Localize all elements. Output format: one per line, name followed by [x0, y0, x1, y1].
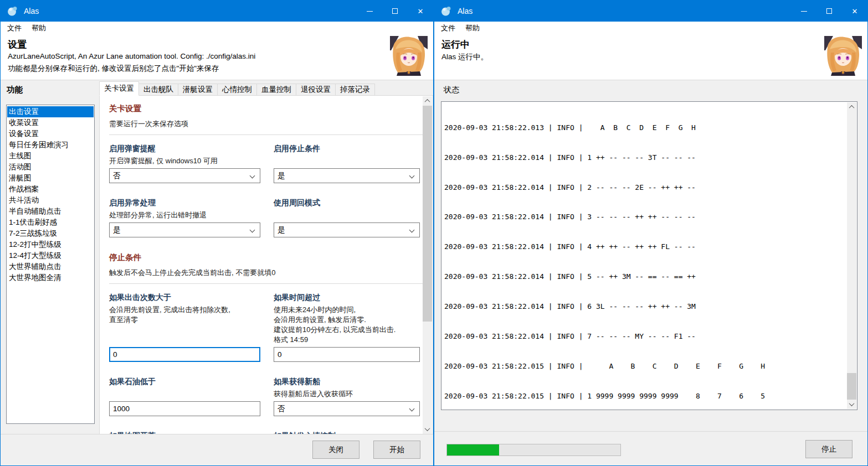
progress-bar [446, 444, 621, 456]
menu-file[interactable]: 文件 [436, 22, 460, 35]
menu-file[interactable]: 文件 [2, 22, 27, 35]
scroll-up-button[interactable] [847, 102, 856, 112]
running-subtitle: Alas 运行中。 [441, 52, 488, 62]
menu-help[interactable]: 帮助 [27, 22, 51, 35]
field-label: 如果石油低于 [109, 377, 260, 387]
left-titlebar[interactable]: Alas ✕ [1, 1, 433, 22]
right-maximize-button[interactable] [816, 1, 842, 22]
log-line: 2020-09-03 21:58:22.013 | INFO | A B C D… [444, 123, 846, 133]
sidebar-item-2[interactable]: 设备设置 [7, 128, 94, 139]
right-close-button[interactable]: ✕ [842, 1, 867, 22]
if-oil-input[interactable] [109, 401, 260, 416]
field-if-oil: 如果石油低于 [109, 377, 260, 416]
log-line: 2020-09-03 21:58:22.014 | INFO | 4 ++ ++… [444, 242, 846, 252]
sidebar-item-12[interactable]: 12-2打中型练级 [7, 239, 94, 250]
chevron-down-icon [425, 426, 430, 431]
stop-condition-select[interactable]: 是 [274, 168, 420, 183]
exception-select-value: 是 [113, 225, 121, 235]
start-button[interactable]: 开始 [373, 441, 420, 459]
sidebar-item-4[interactable]: 主线图 [7, 151, 94, 162]
stop-button[interactable]: 停止 [805, 440, 852, 458]
scroll-thumb[interactable] [847, 373, 856, 400]
right-footer: 停止 [434, 431, 867, 465]
exception-select[interactable]: 是 [109, 222, 260, 237]
sidebar-item-15[interactable]: 大世界地图全清 [7, 272, 94, 283]
scroll-down-button[interactable] [847, 400, 856, 409]
close-icon: ✕ [418, 8, 424, 15]
tab-drop-record[interactable]: 掉落记录 [335, 84, 375, 96]
sidebar-item-7[interactable]: 作战档案 [7, 184, 94, 195]
right-titlebar[interactable]: Alas ✕ [434, 1, 867, 22]
popup-select[interactable]: 否 [109, 168, 260, 183]
section-desc-stop: 触发后不会马上停止会先完成当前出击, 不需要就填0 [109, 268, 423, 278]
tab-retire[interactable]: 退役设置 [296, 84, 336, 96]
app-logo-icon [440, 5, 453, 17]
running-title: 运行中 [441, 38, 470, 51]
stage-settings-panel: 关卡设置 需要运行一次来保存选项 启用弹窗提醒 开启弹窗提醒, 仅 window… [99, 95, 433, 435]
log-line: 2020-09-03 21:58:22.015 | INFO | 1 9999 … [444, 391, 846, 401]
left-body: 功能 出击设置 收菜设置 设备设置 每日任务困难演习 主线图 活动图 潜艇图 作… [1, 80, 433, 465]
sidebar-item-10[interactable]: 1-1伏击刷好感 [7, 217, 94, 228]
scroll-down-button[interactable] [423, 424, 432, 434]
form-row-2: 启用异常处理 处理部分异常, 运行出错时撤退 是 使用周回模式 是 [109, 198, 423, 237]
close-app-button[interactable]: 关闭 [312, 441, 359, 459]
scroll-thumb[interactable] [423, 106, 432, 322]
if-new-ship-select[interactable]: 否 [274, 401, 420, 416]
settings-scrollbar[interactable] [423, 96, 432, 434]
field-label: 启用异常处理 [109, 198, 260, 208]
field-desc: 处理部分异常, 运行出错时撤退 [109, 210, 260, 220]
field-if-time: 如果时间超过 使用未来24小时内的时间, 会沿用先前设置, 触发后清零. 建议提… [274, 293, 420, 362]
sidebar-item-9[interactable]: 半自动辅助点击 [7, 206, 94, 217]
chevron-down-icon [409, 173, 415, 179]
log-line: 2020-09-03 21:58:22.015 | INFO | A B C D… [444, 361, 846, 371]
tab-hp[interactable]: 血量控制 [256, 84, 296, 96]
if-time-input[interactable] [274, 347, 420, 362]
left-header: 设置 AzurLaneAutoScript, An Azur Lane auto… [1, 35, 433, 80]
page-subtitle-2: 功能都是分别保存和运行的, 修改设置后别忘了点击"开始"来保存 [8, 64, 219, 74]
loop-mode-select[interactable]: 是 [274, 222, 420, 237]
chevron-up-icon [425, 99, 430, 105]
chevron-down-icon [849, 401, 855, 406]
avatar-image [824, 36, 862, 76]
sidebar-item-0[interactable]: 出击设置 [7, 106, 94, 117]
settings-window: Alas ✕ 文件 帮助 设置 AzurLaneAutoScript, An A… [0, 0, 434, 466]
right-menubar: 文件 帮助 [434, 22, 867, 35]
right-body: 状态 2020-09-03 21:58:22.013 | INFO | A B … [434, 80, 867, 465]
tab-fleet[interactable]: 出击舰队 [138, 84, 178, 96]
sidebar-item-11[interactable]: 7-2三战拣垃圾 [7, 228, 94, 239]
log-textbox[interactable]: 2020-09-03 21:58:22.013 | INFO | A B C D… [441, 101, 857, 410]
sidebar-item-6[interactable]: 潜艇图 [7, 173, 94, 184]
right-minimize-button[interactable] [791, 1, 816, 22]
tab-emotion[interactable]: 心情控制 [217, 84, 257, 96]
section-desc-stage: 需要运行一次来保存选项 [109, 119, 423, 129]
sidebar-item-3[interactable]: 每日任务困难演习 [7, 139, 94, 151]
left-minimize-button[interactable] [357, 1, 382, 22]
divider [109, 134, 423, 135]
app-logo-icon [7, 5, 19, 17]
form-row-3: 如果出击次数大于 会沿用先前设置, 完成出击将扣除次数, 直至清零 如果时间超过… [109, 293, 423, 362]
field-label: 如果出击次数大于 [109, 293, 260, 303]
menu-help[interactable]: 帮助 [460, 22, 485, 35]
left-maximize-button[interactable] [382, 1, 408, 22]
log-scrollbar[interactable] [847, 102, 856, 409]
sidebar-item-8[interactable]: 共斗活动 [7, 195, 94, 206]
tab-submarine[interactable]: 潜艇设置 [178, 84, 218, 96]
if-count-input[interactable] [109, 347, 260, 362]
desktop: Alas ✕ 文件 帮助 设置 AzurLaneAutoScript, An A… [0, 0, 868, 466]
tab-stage-settings[interactable]: 关卡设置 [99, 81, 139, 96]
sidebar-item-13[interactable]: 12-4打大型练级 [7, 250, 94, 261]
running-window: Alas ✕ 文件 帮助 运行中 Alas 运行中。 [434, 0, 868, 466]
scroll-up-button[interactable] [423, 96, 432, 106]
sidebar-item-1[interactable]: 收菜设置 [7, 117, 94, 128]
right-header: 运行中 Alas 运行中。 [434, 35, 867, 80]
sidebar-item-14[interactable]: 大世界辅助点击 [7, 261, 94, 272]
maximize-icon [392, 8, 398, 14]
left-footer: 关闭 开始 [1, 434, 433, 465]
field-if-new-ship: 如果获得新船 获得新船后进入收获循环 否 [274, 377, 420, 416]
field-label: 启用弹窗提醒 [109, 144, 260, 154]
left-close-button[interactable]: ✕ [408, 1, 433, 22]
stop-condition-select-value: 是 [278, 171, 285, 181]
sidebar-item-5[interactable]: 活动图 [7, 162, 94, 173]
log-line: 2020-09-03 21:58:22.014 | INFO | 2 -- --… [444, 183, 846, 193]
function-listbox[interactable]: 出击设置 收菜设置 设备设置 每日任务困难演习 主线图 活动图 潜艇图 作战档案… [6, 105, 95, 424]
